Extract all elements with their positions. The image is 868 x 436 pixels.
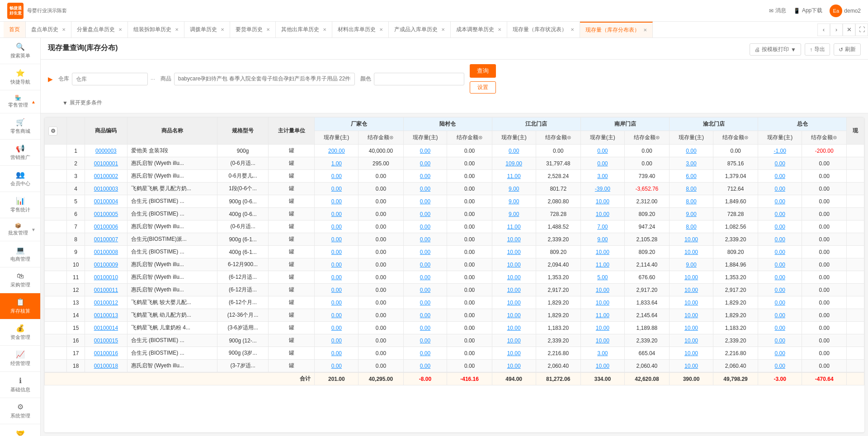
row-code[interactable]: 00100016 bbox=[85, 347, 127, 360]
row-yubei-qty[interactable]: 8.00 bbox=[670, 195, 713, 208]
row-lu-qty[interactable]: 0.00 bbox=[403, 284, 447, 296]
nav-expand-btn[interactable]: ⛶ bbox=[855, 23, 868, 36]
row-lu-qty[interactable]: 0.00 bbox=[403, 334, 447, 347]
row-nanan-qty[interactable]: 10.00 bbox=[580, 296, 624, 309]
row-jiangbei-qty[interactable]: 109.00 bbox=[492, 157, 536, 170]
close-tab-stock-dist[interactable]: ✕ bbox=[643, 28, 647, 33]
row-factory-qty[interactable]: 0.00 bbox=[315, 309, 359, 322]
message-btn[interactable]: ✉ 消息 bbox=[769, 7, 786, 14]
row-lu-qty[interactable]: 0.00 bbox=[403, 145, 447, 157]
tab-group-unpack[interactable]: 组装拆卸单历史 ✕ bbox=[128, 22, 184, 38]
sidebar-item-inventory[interactable]: 📋 库存核算 bbox=[0, 293, 40, 319]
row-code[interactable]: 00100009 bbox=[85, 258, 127, 271]
warehouse-input[interactable] bbox=[72, 73, 148, 85]
row-code[interactable]: 00100006 bbox=[85, 220, 127, 233]
tab-inventory-single[interactable]: 盘点单历史 ✕ bbox=[26, 22, 71, 38]
close-tab-group-unpack[interactable]: ✕ bbox=[175, 27, 179, 32]
color-input[interactable] bbox=[374, 73, 464, 85]
sidebar-item-purchase[interactable]: 🛍 采购管理 bbox=[0, 267, 40, 293]
row-lu-qty[interactable]: 0.00 bbox=[403, 296, 447, 309]
sidebar-item-quick-nav[interactable]: ⭐ 快捷导航 bbox=[0, 64, 40, 90]
row-nanan-qty[interactable]: 10.00 bbox=[580, 208, 624, 220]
row-code[interactable]: 00100003 bbox=[85, 183, 127, 195]
row-nanan-qty[interactable]: 9.00 bbox=[580, 233, 624, 246]
tab-stock-dist[interactable]: 现存量（库存分布表） ✕ bbox=[580, 22, 653, 38]
row-factory-qty[interactable]: 0.00 bbox=[315, 258, 359, 271]
sidebar-item-operation[interactable]: 📈 经营管理 bbox=[0, 346, 40, 372]
row-factory-qty[interactable]: 200.00 bbox=[315, 145, 359, 157]
nav-prev-btn[interactable]: ‹ bbox=[817, 23, 830, 36]
row-yubei-qty[interactable]: 9.00 bbox=[670, 258, 713, 271]
row-jiangbei-qty[interactable]: 10.00 bbox=[492, 360, 536, 373]
settings-button[interactable]: 设置 bbox=[470, 81, 496, 94]
row-yubei-qty[interactable]: 10.00 bbox=[670, 284, 713, 296]
row-jiangbei-qty[interactable]: 11.00 bbox=[492, 170, 536, 183]
row-yubei-qty[interactable]: 10.00 bbox=[670, 309, 713, 322]
row-total-qty[interactable]: 0.00 bbox=[758, 271, 802, 284]
row-code[interactable]: 00100007 bbox=[85, 233, 127, 246]
row-code[interactable]: 00100014 bbox=[85, 322, 127, 334]
row-nanan-qty[interactable]: 10.00 bbox=[580, 322, 624, 334]
row-total-qty[interactable]: -1.00 bbox=[758, 145, 802, 157]
row-factory-qty[interactable]: 0.00 bbox=[315, 360, 359, 373]
row-jiangbei-qty[interactable]: 11.00 bbox=[492, 220, 536, 233]
query-button[interactable]: 查询 bbox=[470, 64, 496, 78]
row-factory-qty[interactable]: 0.00 bbox=[315, 195, 359, 208]
row-total-qty[interactable]: 0.00 bbox=[758, 347, 802, 360]
row-yubei-qty[interactable]: 10.00 bbox=[670, 322, 713, 334]
sidebar-item-retail-stats[interactable]: 📊 零售统计 bbox=[0, 192, 40, 218]
row-lu-qty[interactable]: 0.00 bbox=[403, 183, 447, 195]
row-jiangbei-qty[interactable]: 10.00 bbox=[492, 284, 536, 296]
close-tab-other-out[interactable]: ✕ bbox=[323, 27, 326, 32]
row-factory-qty[interactable]: 0.00 bbox=[315, 347, 359, 360]
row-total-qty[interactable]: 0.00 bbox=[758, 208, 802, 220]
close-tab-inventory-single[interactable]: ✕ bbox=[62, 27, 66, 32]
tab-home[interactable]: 首页 bbox=[4, 22, 26, 38]
row-total-qty[interactable]: 0.00 bbox=[758, 258, 802, 271]
row-code[interactable]: 00100018 bbox=[85, 360, 127, 373]
row-total-qty[interactable]: 0.00 bbox=[758, 360, 802, 373]
row-factory-qty[interactable]: 0.00 bbox=[315, 271, 359, 284]
row-code[interactable]: 00100008 bbox=[85, 246, 127, 258]
sidebar-item-wholesale[interactable]: 📦 批发管理 ▼ bbox=[0, 218, 40, 241]
user-profile[interactable]: Ea demo2 bbox=[830, 5, 861, 17]
row-yubei-qty[interactable]: 0.00 bbox=[670, 145, 713, 157]
tab-stock-status[interactable]: 现存量（库存状况表） ✕ bbox=[507, 22, 580, 38]
sidebar-item-ecommerce[interactable]: 💻 电商管理 bbox=[0, 241, 40, 267]
row-factory-qty[interactable]: 0.00 bbox=[315, 284, 359, 296]
row-jiangbei-qty[interactable]: 9.00 bbox=[492, 195, 536, 208]
row-yubei-qty[interactable]: 10.00 bbox=[670, 246, 713, 258]
row-nanan-qty[interactable]: 10.00 bbox=[580, 195, 624, 208]
print-btn[interactable]: 🖨 按模板打印 ▼ bbox=[750, 43, 801, 56]
close-tab-material-out[interactable]: ✕ bbox=[379, 27, 383, 32]
row-total-qty[interactable]: 0.00 bbox=[758, 322, 802, 334]
close-tab-product-in[interactable]: ✕ bbox=[441, 27, 445, 32]
close-tab-order-history[interactable]: ✕ bbox=[266, 27, 270, 32]
row-code[interactable]: 00100002 bbox=[85, 170, 127, 183]
row-lu-qty[interactable]: 0.00 bbox=[403, 170, 447, 183]
row-lu-qty[interactable]: 0.00 bbox=[403, 258, 447, 271]
product-input[interactable] bbox=[174, 73, 355, 85]
sidebar-item-basic-info[interactable]: ℹ 基础信息 bbox=[0, 372, 40, 398]
row-code[interactable]: 0000003 bbox=[85, 145, 127, 157]
sidebar-item-search[interactable]: 🔍 搜索英单 bbox=[0, 38, 40, 64]
row-yubei-qty[interactable]: 10.00 bbox=[670, 271, 713, 284]
sidebar-item-enterprise[interactable]: 🤝 企业协同 bbox=[0, 424, 40, 436]
tab-transfer[interactable]: 调拨单历史 ✕ bbox=[184, 22, 230, 38]
nav-close-all-btn[interactable]: ✕ bbox=[843, 23, 855, 36]
row-total-qty[interactable]: 0.00 bbox=[758, 170, 802, 183]
close-tab-split-inventory[interactable]: ✕ bbox=[118, 27, 122, 32]
row-yubei-qty[interactable]: 6.00 bbox=[670, 170, 713, 183]
row-jiangbei-qty[interactable]: 9.00 bbox=[492, 208, 536, 220]
row-jiangbei-qty[interactable]: 10.00 bbox=[492, 322, 536, 334]
row-yubei-qty[interactable]: 8.00 bbox=[670, 183, 713, 195]
row-factory-qty[interactable]: 0.00 bbox=[315, 220, 359, 233]
row-yubei-qty[interactable]: 8.00 bbox=[670, 220, 713, 233]
tab-product-in[interactable]: 产成品入库单历史 ✕ bbox=[389, 22, 451, 38]
column-settings-icon[interactable]: ⚙ bbox=[48, 127, 57, 136]
row-jiangbei-qty[interactable]: 10.00 bbox=[492, 347, 536, 360]
row-nanan-qty[interactable]: -39.00 bbox=[580, 183, 624, 195]
close-tab-transfer[interactable]: ✕ bbox=[221, 27, 224, 32]
row-jiangbei-qty[interactable]: 10.00 bbox=[492, 296, 536, 309]
sidebar-item-retail-store[interactable]: 🛒 零售商城 bbox=[0, 113, 40, 140]
